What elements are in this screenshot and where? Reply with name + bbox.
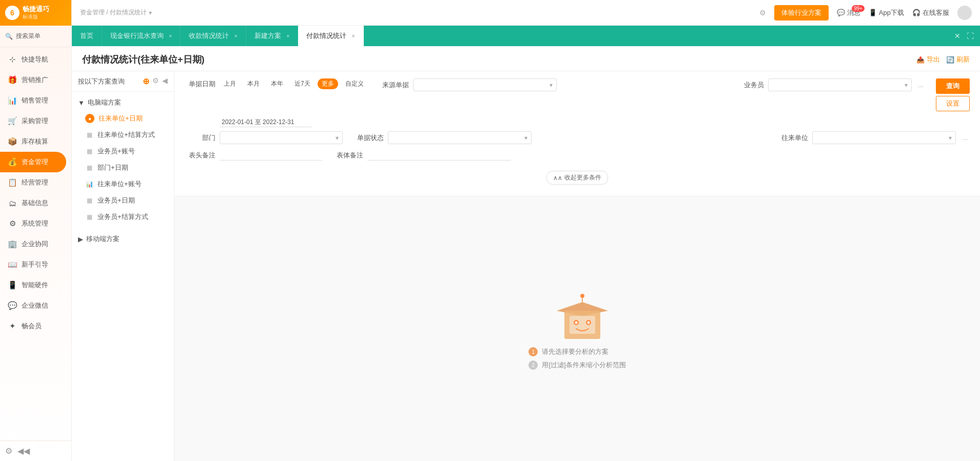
app-download-button[interactable]: 📱 App下载 <box>869 8 904 17</box>
date-opt-last-7-days[interactable]: 近7天 <box>290 78 315 89</box>
date-range-row <box>185 117 970 131</box>
pc-scheme-group-header[interactable]: ▼ 电脑端方案 <box>72 95 174 110</box>
sidebar-item-hardware[interactable]: 📱 智能硬件 <box>0 275 71 295</box>
header-remark-input[interactable] <box>220 150 322 161</box>
date-opt-this-month[interactable]: 本月 <box>243 78 264 89</box>
source-select-wrapper <box>413 78 557 91</box>
dept-select[interactable] <box>220 131 343 144</box>
pc-group-arrow: ▼ <box>78 99 85 107</box>
export-label: 导出 <box>927 55 940 64</box>
sidebar-item-member[interactable]: ✦ 畅会员 <box>0 316 71 336</box>
related-unit-field: 往来单位 ... <box>777 131 970 144</box>
tab-new-scheme-close[interactable]: × <box>286 33 289 39</box>
online-service-button[interactable]: 🎧 在线客服 <box>912 8 949 17</box>
voucher-status-select[interactable] <box>388 131 532 144</box>
sidebar-item-guide[interactable]: 📖 新手引导 <box>0 254 71 275</box>
sidebar-item-wechat[interactable]: 💬 企业微信 <box>0 295 71 316</box>
scheme-item-icon: ▦ <box>85 196 93 205</box>
scheme-item-dept-date[interactable]: ▦ 部门+日期 <box>72 159 174 176</box>
sidebar-item-operation[interactable]: 📋 经营管理 <box>0 172 71 193</box>
tab-new-scheme[interactable]: 新建方案 × <box>246 26 298 46</box>
online-service-label: 在线客服 <box>923 8 949 17</box>
tab-home-label: 首页 <box>80 31 93 41</box>
scheme-item-company-account[interactable]: 📊 往来单位+账号 <box>72 176 174 192</box>
sidebar-item-system[interactable]: ⚙ 系统管理 <box>0 213 71 234</box>
trial-button[interactable]: 体验行业方案 <box>774 5 829 21</box>
message-button[interactable]: 💬 消息 99+ <box>837 8 860 17</box>
mobile-group-header[interactable]: ▶ 移动端方案 <box>78 231 168 247</box>
date-opt-more[interactable]: 更多 <box>318 78 338 89</box>
sidebar-item-marketing[interactable]: 🎁 营销推广 <box>0 70 71 90</box>
source-select[interactable] <box>413 78 557 91</box>
close-window-icon[interactable]: ✕ <box>954 32 961 40</box>
sidebar-search-area[interactable]: 🔍 搜索菜单 <box>0 26 71 47</box>
collapse-sidebar-icon[interactable]: ◀◀ <box>17 446 30 456</box>
empty-state: 1 请先选择要分析的方案 2 用[过滤]条件来缩小分析范围 <box>528 288 625 370</box>
search-menu-button[interactable]: 🔍 搜索菜单 <box>5 30 66 43</box>
topbar-settings-icon[interactable]: ⚙ <box>759 9 766 17</box>
add-scheme-icon[interactable]: ⊕ <box>143 76 149 86</box>
source-label: 来源单据 <box>378 81 409 90</box>
related-dots[interactable]: ... <box>960 132 970 144</box>
window-controls: ✕ ⛶ <box>948 26 980 46</box>
breadcrumb-dropdown-icon[interactable]: ▾ <box>149 9 152 16</box>
staff-select[interactable] <box>768 78 912 91</box>
service-icon: 🎧 <box>912 9 920 16</box>
sidebar-item-capital[interactable]: 💰 资金管理 <box>0 152 66 172</box>
empty-svg <box>552 288 613 344</box>
dept-select-wrapper <box>220 131 343 144</box>
scheme-item-staff-settlement[interactable]: ▦ 业务员+结算方式 <box>72 209 174 225</box>
staff-dots[interactable]: ... <box>916 79 926 91</box>
tab-bank-flow[interactable]: 现金银行流水查询 × <box>102 26 181 46</box>
tab-payment-stats-close[interactable]: × <box>351 33 355 39</box>
scheme-item-icon: ▦ <box>85 147 93 155</box>
tab-home[interactable]: 首页 <box>72 26 102 46</box>
scheme-settings-icon[interactable]: ⚙ <box>152 76 159 86</box>
scheme-collapse-icon[interactable]: ◀ <box>162 76 168 86</box>
tab-bank-flow-close[interactable]: × <box>169 33 172 39</box>
sidebar-item-basic[interactable]: 🗂 基础信息 <box>0 193 71 213</box>
date-range-input[interactable] <box>220 117 312 127</box>
date-opt-custom[interactable]: 自定义 <box>341 78 368 89</box>
date-opt-last-month[interactable]: 上月 <box>220 78 240 89</box>
sidebar-item-purchase[interactable]: 🛒 采购管理 <box>0 111 71 131</box>
message-icon: 💬 <box>837 9 845 16</box>
scheme-item-company-date[interactable]: ● 往来单位+日期 <box>72 110 174 127</box>
related-unit-label: 往来单位 <box>777 133 808 143</box>
scheme-item-staff-account[interactable]: ▦ 业务员+账号 <box>72 143 174 159</box>
body-remark-input[interactable] <box>367 150 511 161</box>
header-remark-label: 表头备注 <box>185 151 215 160</box>
tab-receivable-close[interactable]: × <box>234 33 237 39</box>
scheme-item-staff-date[interactable]: ▦ 业务员+日期 <box>72 192 174 209</box>
hardware-icon: 📱 <box>7 280 17 290</box>
dept-field: 部门 <box>185 131 343 144</box>
collapse-button[interactable]: ∧∧ 收起更多条件 <box>546 171 608 185</box>
scheme-item-label: 业务员+账号 <box>97 147 135 156</box>
sidebar-item-quick-nav[interactable]: ⊹ 快捷导航 <box>0 49 71 70</box>
date-opt-this-year[interactable]: 本年 <box>267 78 287 89</box>
tab-payment-stats[interactable]: 付款情况统计 × <box>298 26 363 46</box>
expand-window-icon[interactable]: ⛶ <box>967 32 974 40</box>
header-remark-field: 表头备注 <box>185 150 322 161</box>
scheme-item-company-settlement[interactable]: ▦ 往来单位+结算方式 <box>72 127 174 143</box>
sidebar-item-enterprise[interactable]: 🏢 企业协同 <box>0 234 71 254</box>
wechat-icon: 💬 <box>7 300 17 311</box>
staff-label: 业务员 <box>733 81 764 90</box>
export-button[interactable]: 📤 导出 <box>916 55 940 64</box>
tab-new-scheme-label: 新建方案 <box>254 31 281 41</box>
main-area: 资金管理 / 付款情况统计 ▾ ⚙ 体验行业方案 💬 消息 99+ 📱 App下… <box>72 0 980 461</box>
date-options: 上月 本月 本年 近7天 更多 自定义 <box>220 78 368 89</box>
query-button[interactable]: 查询 <box>936 78 970 94</box>
tab-receivable-stats[interactable]: 收款情况统计 × <box>181 26 246 46</box>
settings-bottom-icon[interactable]: ⚙ <box>5 446 12 456</box>
date-label: 单据日期 <box>185 79 215 89</box>
related-unit-select[interactable] <box>812 131 956 144</box>
sidebar-item-sales[interactable]: 📊 销售管理 <box>0 90 71 111</box>
filter-settings-button[interactable]: 设置 <box>936 96 970 111</box>
logo-text: 畅捷通巧 <box>23 5 49 13</box>
voucher-status-label: 单据状态 <box>353 133 384 143</box>
sidebar-item-inventory[interactable]: 📦 库存核算 <box>0 131 71 152</box>
refresh-button[interactable]: 🔄 刷新 <box>946 55 970 64</box>
user-avatar[interactable] <box>957 6 972 20</box>
data-area: 1 请先选择要分析的方案 2 用[过滤]条件来缩小分析范围 <box>174 196 980 461</box>
